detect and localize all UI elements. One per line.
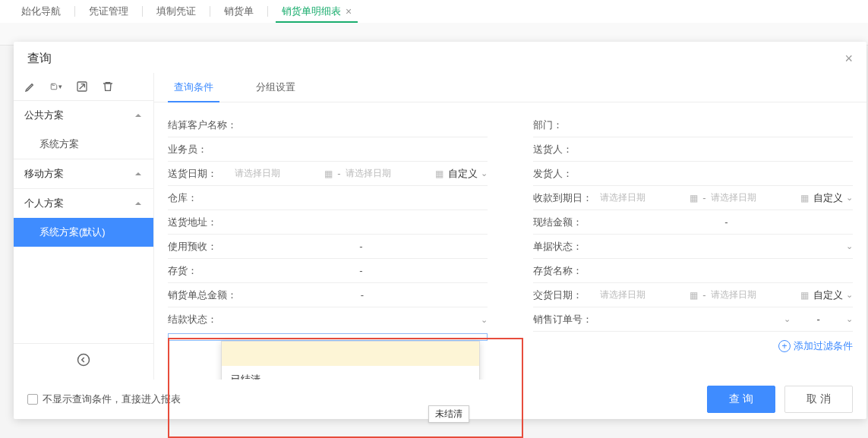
tab-group-settings[interactable]: 分组设置 (250, 73, 301, 102)
scheme-label: 移动方案 (24, 167, 64, 181)
calendar-icon: ▦ (690, 290, 698, 301)
close-icon[interactable]: × (346, 5, 352, 17)
scheme-group-mobile[interactable]: 移动方案 (14, 159, 153, 188)
calendar-icon: ▦ (690, 193, 698, 203)
cancel-button[interactable]: 取 消 (784, 386, 853, 413)
chevron-down-icon[interactable]: ⌄ (846, 241, 853, 251)
svg-point-1 (78, 354, 90, 366)
tab-sales-detail[interactable]: 销货单明细表 × (268, 0, 365, 23)
dropdown-option-settled[interactable]: 已结清 (222, 366, 479, 380)
add-filter-link[interactable]: + 添加过滤条件 (533, 332, 853, 361)
label-deliverer: 送货人： (533, 143, 600, 156)
date-from-input[interactable]: 请选择日期▦ (235, 167, 333, 180)
calendar-icon: ▦ (800, 193, 809, 203)
calendar-icon: ▦ (435, 169, 443, 179)
sidebar: ▾ 公共方案 系统方案 移动方案 个人方案 系统方案(默认) (14, 73, 154, 380)
scheme-label: 个人方案 (24, 197, 64, 210)
payment-status-field: 结款状态： ⌄ 已结清 未结清 (168, 307, 488, 341)
date-to-input[interactable]: 请选择日期▦ (711, 288, 809, 301)
calendar-icon: ▦ (324, 169, 333, 179)
close-icon[interactable]: × (844, 51, 853, 67)
edit-icon[interactable] (24, 80, 36, 93)
form-col-left: 结算客户名称： 业务员： 送货日期： 请选择日期▦ - 请选择日期▦ 自定义⌄ … (168, 113, 488, 380)
date-to-input[interactable]: 请选择日期▦ (346, 167, 443, 180)
label-delivery-date: 送货日期： (168, 167, 235, 181)
label-delivery-date2: 交货日期： (533, 288, 600, 302)
form-area: 结算客户名称： 业务员： 送货日期： 请选择日期▦ - 请选择日期▦ 自定义⌄ … (154, 102, 866, 380)
date-range-select[interactable]: 自定义⌄ (813, 191, 853, 205)
tooltip: 未结清 (428, 405, 469, 423)
scheme-item-default[interactable]: 系统方案(默认) (14, 218, 153, 247)
top-tabs: 始化导航 凭证管理 填制凭证 销货单 销货单明细表 × (0, 0, 868, 23)
label-inventory-name: 存货名称： (533, 264, 600, 278)
label-cash-amount: 现结金额： (533, 216, 600, 229)
tab-init[interactable]: 始化导航 (8, 0, 74, 23)
modal-title: 查询 (27, 51, 52, 67)
label-receipt-due: 收款到期日： (533, 191, 600, 205)
scheme-group-public[interactable]: 公共方案 (14, 101, 153, 130)
form-col-right: 部门： 送货人： 发货人： 收款到期日： 请选择日期▦ - 请选择日期▦ 自定义… (533, 113, 853, 380)
checkbox-label: 不显示查询条件，直接进入报表 (43, 392, 181, 406)
label-salesman: 业务员： (168, 143, 235, 156)
plus-circle-icon: + (778, 340, 791, 352)
main-tabs: 查询条件 分组设置 (154, 73, 866, 102)
label-inventory: 存货： (168, 264, 235, 278)
tab-sales-order[interactable]: 销货单 (210, 0, 267, 23)
scheme-group-personal[interactable]: 个人方案 (14, 189, 153, 218)
scheme-label: 公共方案 (24, 109, 64, 122)
chevron-down-icon: ⌄ (846, 193, 853, 203)
label-department: 部门： (533, 118, 600, 132)
date-from-input[interactable]: 请选择日期▦ (600, 191, 698, 204)
chevron-up-icon (134, 169, 143, 178)
calendar-icon: ▦ (800, 290, 809, 301)
tab-fill-voucher[interactable]: 填制凭证 (143, 0, 210, 23)
main-content: 查询条件 分组设置 结算客户名称： 业务员： 送货日期： 请选择日期▦ - 请选… (154, 73, 866, 380)
label-payment-status: 结款状态： (168, 313, 235, 326)
label-sales-order-no: 销售订单号： (533, 313, 600, 326)
delete-icon[interactable] (102, 80, 114, 93)
tab-query-conditions[interactable]: 查询条件 (168, 73, 219, 102)
chevron-down-icon[interactable]: ⌄ (784, 314, 791, 324)
chevron-down-icon: ⌄ (846, 290, 853, 300)
modal-header: 查询 × (14, 42, 866, 73)
label-customer: 结算客户名称： (168, 118, 237, 132)
label-doc-status: 单据状态： (533, 240, 600, 254)
label-warehouse: 仓库： (168, 191, 235, 205)
dropdown-list: 已结清 未结清 (221, 341, 480, 380)
chevron-down-icon: ⌄ (481, 169, 488, 178)
date-range-select[interactable]: 自定义⌄ (813, 288, 853, 302)
label-delivery-addr: 送货地址： (168, 216, 235, 229)
save-icon[interactable]: ▾ (50, 80, 62, 93)
export-icon[interactable] (76, 80, 88, 93)
skip-conditions-checkbox[interactable] (27, 394, 38, 405)
chevron-up-icon (134, 199, 143, 208)
sidebar-toolbar: ▾ (14, 73, 153, 101)
label-shipper: 发货人： (533, 167, 600, 181)
payment-status-input[interactable] (168, 333, 488, 341)
query-button[interactable]: 查 询 (707, 386, 775, 413)
chevron-up-icon (134, 111, 143, 120)
query-modal: 查询 × ▾ 公共方案 系统方案 移动方案 (14, 42, 866, 419)
date-from-input[interactable]: 请选择日期▦ (600, 288, 698, 301)
dropdown-option-empty[interactable] (222, 342, 479, 366)
chevron-down-icon[interactable]: ⌄ (846, 314, 853, 324)
back-button[interactable] (14, 343, 153, 380)
date-range-select[interactable]: 自定义⌄ (448, 167, 488, 181)
chevron-down-icon[interactable]: ⌄ (481, 315, 488, 325)
date-to-input[interactable]: 请选择日期▦ (711, 191, 809, 204)
label-use-prepay: 使用预收： (168, 240, 235, 254)
tab-voucher-mgmt[interactable]: 凭证管理 (75, 0, 142, 23)
label-sales-total: 销货单总金额： (168, 288, 237, 302)
scheme-item-system[interactable]: 系统方案 (14, 130, 153, 159)
